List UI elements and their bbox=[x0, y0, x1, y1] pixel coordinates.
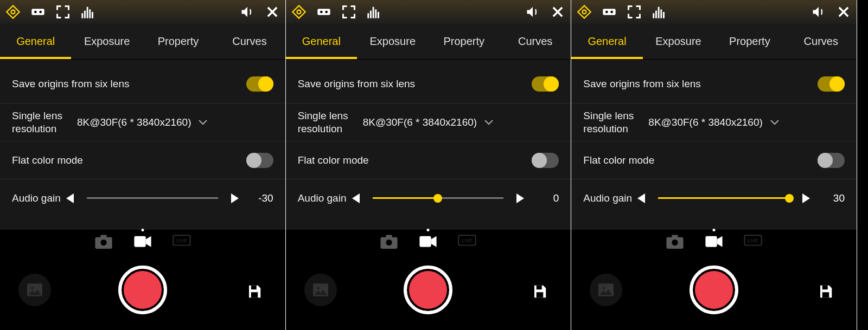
mode-live[interactable]: LIVE bbox=[173, 234, 191, 249]
svg-rect-1 bbox=[31, 9, 44, 15]
svg-point-3 bbox=[39, 11, 42, 14]
gain-increase[interactable] bbox=[516, 193, 524, 203]
svg-point-54 bbox=[602, 287, 605, 289]
audio-gain-row: Audio gain 30 bbox=[571, 179, 857, 217]
mode-live[interactable]: LIVE bbox=[744, 234, 762, 249]
fullscreen-icon[interactable] bbox=[627, 4, 642, 20]
histogram-icon[interactable] bbox=[366, 4, 381, 20]
save-icon[interactable] bbox=[532, 283, 548, 300]
bottom-bar: LIVE bbox=[571, 230, 857, 330]
fullscreen-icon[interactable] bbox=[55, 4, 71, 20]
svg-rect-18 bbox=[251, 292, 258, 297]
svg-point-48 bbox=[672, 240, 678, 245]
save-origins-toggle[interactable] bbox=[818, 76, 845, 92]
tab-property[interactable]: Property bbox=[429, 24, 500, 59]
fullscreen-icon[interactable] bbox=[341, 4, 356, 20]
svg-rect-37 bbox=[537, 292, 544, 297]
tab-exposure[interactable]: Exposure bbox=[71, 24, 142, 59]
svg-rect-24 bbox=[370, 11, 372, 18]
gain-decrease[interactable] bbox=[637, 193, 645, 203]
flat-color-toggle[interactable] bbox=[532, 153, 559, 168]
settings-list: Save origins from six lens Single lens r… bbox=[0, 60, 285, 230]
histogram-icon[interactable] bbox=[652, 4, 667, 20]
stitch-icon[interactable] bbox=[291, 4, 307, 20]
gain-slider[interactable] bbox=[373, 197, 504, 199]
gallery-button[interactable] bbox=[304, 274, 337, 306]
settings-list: Save origins from six lens Single lens r… bbox=[286, 60, 571, 230]
gain-value: -30 bbox=[247, 192, 273, 204]
save-origins-row: Save origins from six lens bbox=[571, 65, 857, 103]
gain-increase[interactable] bbox=[802, 193, 810, 203]
mode-photo[interactable] bbox=[666, 234, 684, 249]
gain-decrease[interactable] bbox=[66, 193, 74, 203]
svg-rect-27 bbox=[378, 12, 379, 18]
svg-rect-25 bbox=[372, 7, 374, 18]
tab-exposure[interactable]: Exposure bbox=[643, 24, 714, 59]
close-icon[interactable] bbox=[836, 4, 851, 20]
resolution-row[interactable]: Single lens resolution 8K@30F(6 * 3840x2… bbox=[286, 103, 571, 141]
mode-switch: LIVE bbox=[94, 234, 191, 249]
flat-color-toggle[interactable] bbox=[818, 153, 845, 168]
record-button[interactable] bbox=[690, 266, 738, 314]
svg-rect-6 bbox=[87, 7, 88, 18]
svg-point-22 bbox=[325, 11, 328, 14]
save-origins-toggle[interactable] bbox=[532, 76, 559, 92]
histogram-icon[interactable] bbox=[80, 4, 95, 20]
close-icon[interactable] bbox=[550, 4, 565, 20]
mode-switch: LIVE bbox=[666, 234, 762, 249]
save-icon[interactable] bbox=[246, 283, 263, 300]
tab-curves[interactable]: Curves bbox=[786, 24, 857, 59]
tab-general[interactable]: General bbox=[571, 24, 642, 59]
resolution-value: 8K@30F(6 * 3840x2160) bbox=[648, 117, 762, 128]
volume-icon[interactable] bbox=[525, 4, 540, 20]
flat-color-toggle[interactable] bbox=[246, 153, 273, 168]
panel-2: General Exposure Property Curves Save or… bbox=[571, 0, 857, 330]
topbar bbox=[286, 0, 571, 24]
resolution-row[interactable]: Single lens resolution 8K@30F(6 * 3840x2… bbox=[571, 103, 857, 141]
mode-live[interactable]: LIVE bbox=[458, 234, 476, 249]
save-origins-label: Save origins from six lens bbox=[583, 77, 818, 90]
tab-general[interactable]: General bbox=[0, 24, 71, 59]
settings-list: Save origins from six lens Single lens r… bbox=[571, 60, 857, 230]
resolution-row[interactable]: Single lens resolution 8K@30F(6 * 3840x2… bbox=[0, 103, 285, 141]
bottom-bar: LIVE bbox=[0, 230, 285, 330]
gallery-button[interactable] bbox=[590, 274, 622, 306]
tab-property[interactable]: Property bbox=[714, 24, 785, 59]
mode-video[interactable] bbox=[133, 234, 152, 249]
stitch-icon[interactable] bbox=[577, 4, 592, 20]
close-icon[interactable] bbox=[265, 4, 280, 20]
flat-color-row: Flat color mode bbox=[286, 141, 571, 179]
svg-point-21 bbox=[320, 11, 323, 14]
svg-rect-50 bbox=[706, 236, 717, 247]
tab-curves[interactable]: Curves bbox=[500, 24, 571, 59]
tab-exposure[interactable]: Exposure bbox=[357, 24, 428, 59]
tabs: General Exposure Property Curves bbox=[286, 24, 571, 60]
save-icon[interactable] bbox=[818, 283, 834, 300]
record-button[interactable] bbox=[118, 266, 167, 314]
vr-icon[interactable] bbox=[602, 4, 617, 20]
volume-icon[interactable] bbox=[811, 4, 826, 20]
gain-decrease[interactable] bbox=[352, 193, 360, 203]
save-origins-toggle[interactable] bbox=[246, 76, 273, 92]
resolution-label: Single lens resolution bbox=[298, 109, 363, 135]
gain-increase[interactable] bbox=[231, 193, 239, 203]
volume-icon[interactable] bbox=[240, 4, 255, 20]
mode-video[interactable] bbox=[705, 234, 723, 249]
tab-curves[interactable]: Curves bbox=[214, 24, 285, 59]
svg-rect-44 bbox=[658, 7, 660, 18]
record-button[interactable] bbox=[404, 266, 452, 314]
tab-property[interactable]: Property bbox=[143, 24, 214, 59]
svg-rect-56 bbox=[822, 292, 829, 297]
mode-video[interactable] bbox=[419, 234, 437, 249]
tab-general[interactable]: General bbox=[286, 24, 357, 59]
vr-icon[interactable] bbox=[316, 4, 331, 20]
mode-photo[interactable] bbox=[380, 234, 398, 249]
gallery-button[interactable] bbox=[18, 274, 51, 306]
gain-slider[interactable] bbox=[87, 197, 218, 199]
stitch-icon[interactable] bbox=[5, 4, 21, 20]
panel-0: General Exposure Property Curves Save or… bbox=[0, 0, 286, 330]
topbar bbox=[571, 0, 857, 24]
gain-slider[interactable] bbox=[658, 197, 789, 199]
mode-photo[interactable] bbox=[94, 234, 113, 249]
vr-icon[interactable] bbox=[30, 4, 46, 20]
